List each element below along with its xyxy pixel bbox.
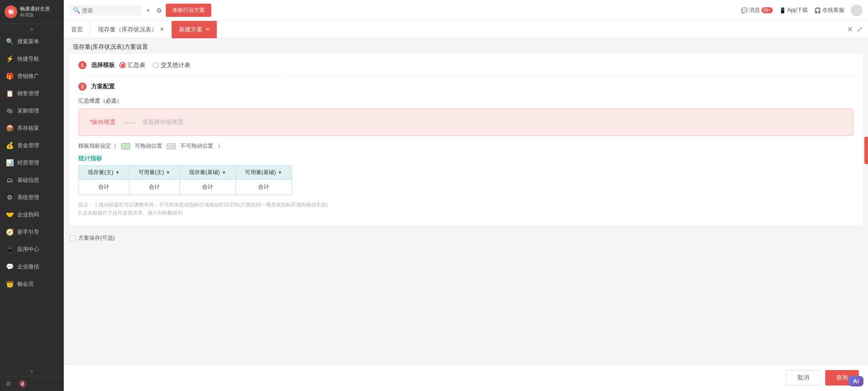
- audio-icon[interactable]: 🔇: [19, 380, 26, 387]
- trial-btn[interactable]: 体验行业方案: [166, 4, 211, 17]
- online-service-btn[interactable]: 🎧 在线客服: [814, 6, 844, 14]
- gear-icon[interactable]: ⚙: [156, 7, 162, 14]
- finance-icon: 💰: [5, 141, 14, 149]
- sidebar-item-label: 库存核算: [17, 124, 39, 132]
- sidebar-item-basic-info[interactable]: 🗂 基础信息: [0, 171, 64, 189]
- tab-new-plan[interactable]: 新建方案 ✕: [172, 21, 217, 38]
- sidebar-item-enterprise[interactable]: 🤝 企业协同: [0, 206, 64, 223]
- sidebar-item-label: 新手引导: [17, 228, 39, 236]
- dimension-box[interactable]: *纵向维度 —— 请选择分组维度: [78, 108, 853, 136]
- sidebar-item-operation[interactable]: 📊 经营管理: [0, 154, 64, 171]
- message-badge: 99+: [761, 7, 773, 13]
- col3-label: 可用量(基辅): [245, 169, 276, 176]
- marketing-icon: 🎁: [5, 72, 14, 80]
- search-input[interactable]: [82, 7, 128, 14]
- col0-chevron-icon[interactable]: ▼: [115, 170, 120, 175]
- draggable-label: 可拖动位置: [135, 142, 162, 150]
- non-draggable-label: 不可拖动位置: [180, 142, 213, 150]
- template-indicator-label: 模板指标设定（: [78, 142, 117, 150]
- sidebar-item-finance[interactable]: 💰 资金管理: [0, 137, 64, 154]
- sidebar-item-marketing[interactable]: 🎁 营销推广: [0, 67, 64, 85]
- radio-cross[interactable]: 交叉统计表: [153, 61, 190, 69]
- user-avatar[interactable]: [851, 5, 863, 16]
- sidebar-item-label: 快捷导航: [17, 55, 39, 63]
- stats-col-header-1[interactable]: 可用量(主) ▼: [129, 166, 179, 180]
- app-download-btn[interactable]: 📱 App下载: [779, 6, 808, 14]
- right-scroll-handle[interactable]: [864, 137, 868, 164]
- stats-col-header-0[interactable]: 现存量(主) ▼: [79, 166, 129, 180]
- app-logo-icon: 畅: [5, 5, 17, 18]
- tab-new-plan-close-icon[interactable]: ✕: [205, 26, 209, 32]
- online-service-label: 在线客服: [822, 6, 844, 14]
- radio-summary-label: 汇总表: [128, 61, 145, 69]
- sidebar-item-quick-nav[interactable]: ⚡ 快捷导航: [0, 50, 64, 67]
- message-icon: 💬: [741, 7, 748, 14]
- template-radio-group: 汇总表 交叉统计表: [119, 61, 190, 69]
- sidebar-item-search-menu[interactable]: 🔍 搜索菜单: [0, 33, 64, 50]
- sidebar-item-label: 基础信息: [17, 176, 39, 184]
- sales-icon: 📋: [5, 89, 14, 98]
- sidebar-item-system[interactable]: ⚙ 系统管理: [0, 189, 64, 206]
- radio-cross-label: 交叉统计表: [161, 61, 190, 69]
- sidebar-item-label: 搜索菜单: [17, 38, 39, 46]
- sidebar-item-label: 资金管理: [17, 142, 39, 149]
- tab-close-action-icon[interactable]: ✕: [847, 25, 853, 34]
- search-chevron-icon[interactable]: ▼: [146, 8, 151, 13]
- settings-icon[interactable]: ⚙: [5, 380, 11, 387]
- radio-summary-circle: [119, 62, 126, 68]
- tab-home-label: 首页: [71, 26, 83, 34]
- search-box[interactable]: 🔍: [69, 5, 142, 15]
- tip-line1: 提示： 1.拖动标题栏可以调整布局，不可跨维度或指标区域拖动栏目字段(只能在同一…: [78, 201, 853, 208]
- stats-col-header-3[interactable]: 可用量(基辅) ▼: [235, 166, 291, 180]
- step2-row: 2 方案配置: [78, 82, 853, 91]
- sidebar-item-wechat[interactable]: 💬 企业微信: [0, 258, 64, 275]
- tab-expand-action-icon[interactable]: ⤢: [857, 25, 863, 34]
- sidebar-item-new-guide[interactable]: 🧭 新手引导: [0, 223, 64, 241]
- tab-inventory-status-label: 现存量（库存状况表）: [98, 26, 157, 34]
- col2-label: 现存量(基辅): [189, 169, 220, 176]
- sidebar-logo: 畅 畅康通好生意 标准版: [0, 0, 64, 24]
- app-center-icon: 📱: [5, 245, 14, 253]
- tabs-bar: 首页 现存量（库存状况表） ✕ 新建方案 ✕ ✕ ⤢: [64, 21, 868, 38]
- tab-inventory-status[interactable]: 现存量（库存状况表） ✕: [91, 21, 172, 38]
- sidebar-item-label: 企业协同: [17, 211, 39, 219]
- sidebar-item-member[interactable]: 👑 畅会员: [0, 275, 64, 293]
- save-checkbox[interactable]: [69, 235, 76, 242]
- messages-btn[interactable]: 💬 消息 99+: [741, 6, 773, 14]
- save-row: 方案保存(可选): [69, 230, 863, 245]
- tab-home[interactable]: 首页: [64, 21, 91, 38]
- sidebar-item-sales[interactable]: 📋 销售管理: [0, 85, 64, 102]
- save-section: 方案保存(可选): [64, 230, 868, 245]
- sidebar-scroll-down[interactable]: ▼: [0, 367, 64, 376]
- main-area: 🔍 ▼ ⚙ 体验行业方案 💬 消息 99+ 📱 App下载 🎧 在线客服: [64, 0, 868, 391]
- new-guide-icon: 🧭: [5, 228, 14, 236]
- step1-title: 选择模板: [91, 61, 115, 69]
- tab-new-plan-label: 新建方案: [179, 26, 203, 34]
- stats-col-header-2[interactable]: 现存量(基辅) ▼: [179, 166, 235, 180]
- col1-label: 可用量(主): [138, 169, 164, 176]
- step2-badge: 2: [78, 82, 87, 91]
- enterprise-icon: 🤝: [5, 211, 14, 219]
- col2-chevron-icon[interactable]: ▼: [222, 170, 226, 175]
- dim-separator: ——: [123, 119, 135, 126]
- radio-summary[interactable]: 汇总表: [119, 61, 145, 69]
- tab-inventory-close-icon[interactable]: ✕: [160, 26, 164, 32]
- cancel-button[interactable]: 取消: [786, 370, 821, 386]
- sidebar-item-app-center[interactable]: 📱 应用中心: [0, 241, 64, 258]
- stats-table: 现存量(主) ▼ 可用量(主) ▼ 现存量(基辅: [78, 165, 292, 195]
- purchase-icon: 🛍: [5, 107, 14, 115]
- operation-icon: 📊: [5, 159, 14, 167]
- col1-chevron-icon[interactable]: ▼: [166, 170, 170, 175]
- ai-badge[interactable]: Ai: [848, 376, 863, 386]
- sidebar-item-inventory[interactable]: 📦 库存核算: [0, 119, 64, 137]
- radio-cross-circle: [153, 62, 159, 68]
- quick-nav-icon: ⚡: [5, 55, 14, 63]
- messages-label: 消息: [749, 6, 760, 14]
- sidebar-item-label: 应用中心: [17, 246, 39, 253]
- stats-cell-2: 合计: [179, 180, 235, 195]
- sidebar-item-purchase[interactable]: 🛍 采购管理: [0, 102, 64, 119]
- phone-icon: 📱: [779, 7, 786, 14]
- sidebar-scroll-up[interactable]: ▲: [0, 24, 64, 33]
- col3-chevron-icon[interactable]: ▼: [278, 170, 282, 175]
- sidebar-nav: 🔍 搜索菜单 ⚡ 快捷导航 🎁 营销推广 📋 销售管理 🛍 采购管理 📦 库存核…: [0, 33, 64, 367]
